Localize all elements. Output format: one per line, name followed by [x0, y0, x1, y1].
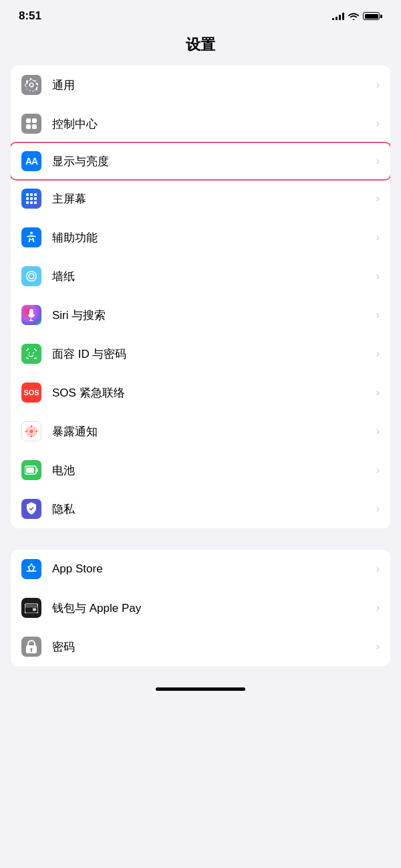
svg-rect-22 — [37, 468, 38, 472]
settings-item-home-screen[interactable]: 主屏幕 › — [11, 179, 390, 218]
svg-rect-3 — [32, 124, 37, 129]
face-id-chevron: › — [376, 348, 380, 360]
privacy-label: 隐私 — [52, 502, 376, 517]
svg-rect-12 — [34, 201, 37, 204]
settings-item-wallpaper[interactable]: 墙纸 › — [11, 257, 390, 296]
svg-point-13 — [30, 232, 33, 235]
settings-group-2: App Store › 钱包与 Apple Pay › 密码 › — [11, 550, 390, 666]
settings-item-face-id[interactable]: 面容 ID 与密码 › — [11, 334, 390, 373]
app-store-chevron: › — [376, 563, 380, 575]
app-store-icon — [21, 559, 41, 579]
settings-group-1: 通用 › 控制中心 › AA 显示与亮度 › — [11, 66, 390, 528]
general-label: 通用 — [52, 78, 376, 93]
passwords-icon — [21, 637, 41, 657]
passwords-label: 密码 — [52, 639, 376, 655]
display-chevron: › — [376, 155, 380, 167]
svg-point-14 — [29, 429, 33, 433]
svg-rect-9 — [34, 197, 37, 200]
face-id-icon — [21, 344, 41, 364]
sos-chevron: › — [376, 387, 380, 399]
home-indicator — [156, 687, 245, 691]
svg-rect-2 — [26, 124, 31, 129]
control-center-label: 控制中心 — [52, 116, 376, 132]
siri-icon — [21, 305, 41, 325]
passwords-chevron: › — [376, 641, 380, 653]
signal-icon — [332, 12, 344, 20]
face-id-label: 面容 ID 与密码 — [52, 346, 376, 362]
home-screen-label: 主屏幕 — [52, 191, 376, 207]
control-center-icon — [21, 114, 41, 134]
home-screen-icon — [21, 189, 41, 209]
settings-item-passwords[interactable]: 密码 › — [11, 627, 390, 666]
settings-item-sos[interactable]: SOS SOS 紧急联络 › — [11, 373, 390, 412]
exposure-chevron: › — [376, 425, 380, 437]
control-center-chevron: › — [376, 118, 380, 130]
siri-chevron: › — [376, 309, 380, 321]
sos-label: SOS 紧急联络 — [52, 385, 376, 401]
wallet-chevron: › — [376, 602, 380, 614]
display-icon: AA — [21, 151, 41, 171]
settings-item-siri[interactable]: Siri 与搜索 › — [11, 296, 390, 334]
svg-rect-6 — [34, 193, 37, 196]
siri-label: Siri 与搜索 — [52, 308, 376, 323]
battery-settings-icon — [21, 460, 41, 480]
svg-rect-11 — [30, 201, 33, 204]
wallet-label: 钱包与 Apple Pay — [52, 601, 376, 616]
settings-item-app-store[interactable]: App Store › — [11, 550, 390, 588]
general-chevron: › — [376, 79, 380, 91]
settings-item-control-center[interactable]: 控制中心 › — [11, 104, 390, 143]
home-screen-chevron: › — [376, 193, 380, 205]
svg-rect-4 — [26, 193, 29, 196]
privacy-chevron: › — [376, 503, 380, 515]
svg-rect-10 — [26, 201, 29, 204]
accessibility-icon — [21, 227, 41, 247]
sos-icon: SOS — [21, 383, 41, 403]
battery-icon — [363, 12, 382, 20]
svg-rect-0 — [26, 118, 31, 123]
privacy-icon — [21, 499, 41, 519]
settings-item-battery[interactable]: 电池 › — [11, 451, 390, 490]
settings-item-general[interactable]: 通用 › — [11, 66, 390, 104]
svg-rect-5 — [30, 193, 33, 196]
wallpaper-label: 墙纸 — [52, 269, 376, 284]
battery-chevron: › — [376, 464, 380, 476]
settings-item-wallet[interactable]: 钱包与 Apple Pay › — [11, 588, 390, 627]
display-label: 显示与亮度 — [52, 154, 376, 169]
page-title: 设置 — [0, 28, 401, 66]
wallpaper-icon — [21, 266, 41, 286]
status-bar: 8:51 — [0, 0, 401, 28]
accessibility-label: 辅助功能 — [52, 230, 376, 245]
status-time: 8:51 — [19, 9, 41, 23]
status-icons — [332, 12, 382, 20]
general-icon — [21, 75, 41, 95]
svg-rect-26 — [25, 605, 38, 608]
accessibility-chevron: › — [376, 231, 380, 243]
exposure-label: 暴露通知 — [52, 424, 376, 439]
exposure-icon — [21, 421, 41, 441]
wallet-icon — [21, 598, 41, 618]
settings-item-privacy[interactable]: 隐私 › — [11, 490, 390, 528]
svg-rect-7 — [26, 197, 29, 200]
settings-item-exposure[interactable]: 暴露通知 › — [11, 412, 390, 451]
settings-item-accessibility[interactable]: 辅助功能 › — [11, 218, 390, 257]
svg-rect-8 — [30, 197, 33, 200]
app-store-label: App Store — [52, 562, 376, 576]
svg-rect-27 — [33, 609, 36, 611]
svg-rect-23 — [26, 467, 34, 473]
wifi-icon — [348, 12, 359, 20]
battery-label: 电池 — [52, 463, 376, 478]
settings-item-display[interactable]: AA 显示与亮度 › — [11, 142, 390, 181]
svg-rect-1 — [32, 118, 37, 123]
wallpaper-chevron: › — [376, 270, 380, 282]
